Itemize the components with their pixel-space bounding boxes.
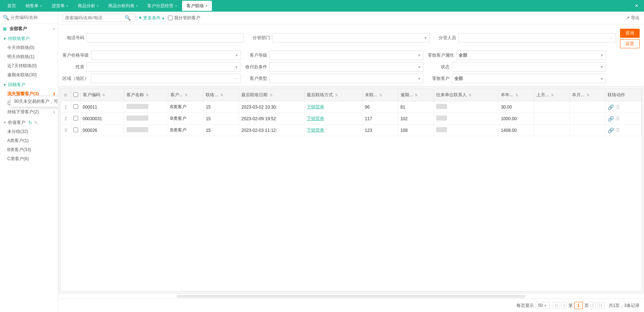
export-btn[interactable]: ↗ 导出 (626, 15, 640, 21)
col-contact[interactable]: 联络... ⇅ (204, 89, 239, 101)
row3-method-link[interactable]: 下销货单 (307, 127, 324, 133)
row2-method-link[interactable]: 下销货单 (307, 116, 324, 121)
nature-select[interactable]: ▼ (86, 62, 241, 72)
row3-code[interactable]: 000026 (80, 125, 124, 136)
col-last-method[interactable]: 最后联络方式 ⇅ (305, 89, 362, 101)
value-refresh-icon[interactable]: ↻ (28, 120, 32, 125)
row1-checkbox[interactable] (73, 104, 78, 109)
retail-attr-select[interactable]: 全部 ▼ (456, 50, 606, 60)
sidebar-group-pending[interactable]: ▼ 待联络客户 (0, 34, 58, 43)
manager-label: 分管人员 (434, 35, 456, 41)
collapse-sidebar-icon[interactable]: « (53, 27, 55, 31)
row2-code[interactable]: 00030031 (80, 113, 124, 125)
sidebar-search-input[interactable] (11, 15, 58, 20)
price-tier-select[interactable]: ▼ (91, 50, 241, 60)
nav-tab-customer-tier[interactable]: 客户分层经营 × (143, 1, 181, 11)
sidebar-item-c-class[interactable]: C类客户(6) (0, 154, 58, 163)
nav-tab-customer-contact[interactable]: 客户联络 × (182, 1, 212, 11)
ctype-select[interactable]: ▼ (269, 74, 424, 83)
col-last-month[interactable]: 上月... ⇅ (534, 89, 570, 101)
search-submit-icon[interactable]: 🔍 (125, 15, 131, 21)
col-this-year-label: 本年... (501, 92, 513, 97)
next-page-btn[interactable]: ⟩ (590, 302, 596, 309)
col-code[interactable]: 客户编码 ⇅ (80, 89, 124, 101)
first-page-btn[interactable]: ⟨⟨ (553, 302, 560, 309)
page-size-selector[interactable]: 50 ▼ (535, 302, 550, 309)
prev-page-btn[interactable]: ⟨ (562, 302, 567, 309)
sidebar-item-today[interactable]: 今天待联络(0) (0, 43, 58, 52)
row2-more-icon[interactable]: ⠿ (616, 116, 620, 122)
sidebar-item-declining[interactable]: 持续下滑客户(2) ℹ (0, 108, 58, 117)
value-edit-icon[interactable]: ✎ (34, 120, 38, 125)
phone-input[interactable] (86, 33, 244, 42)
select-all-checkbox[interactable] (73, 92, 78, 97)
region-select[interactable]: ··· (91, 74, 241, 83)
col-not-contact-sort-icon: ⇅ (379, 93, 382, 97)
row3-link-icon[interactable]: 🔗 (608, 127, 614, 133)
sidebar-item-ungroup[interactable]: 未分组(32) (0, 127, 58, 136)
row1-method-link[interactable]: 下销货单 (307, 104, 324, 109)
sidebar-item-a-class[interactable]: A类客户(1) (0, 136, 58, 145)
close-purchase-icon[interactable]: × (66, 4, 68, 8)
sidebar-group-value[interactable]: ▼ 价值客户 ↻ ✎ (0, 118, 58, 127)
close-all-icon[interactable]: × (632, 3, 641, 9)
col-name[interactable]: 客户名称 ⇅ (124, 89, 168, 101)
nav-tab-home[interactable]: 首页 (3, 1, 20, 11)
horizontal-scrollbar[interactable] (58, 293, 644, 299)
retail-select[interactable]: 全部 ▼ (452, 74, 606, 83)
row3-more-icon[interactable]: ⠿ (616, 127, 620, 133)
row1-more-icon[interactable]: ⠿ (616, 104, 620, 110)
manager-select[interactable]: ··· (458, 33, 616, 42)
close-analysis-list-icon[interactable]: × (136, 4, 138, 8)
close-analysis-icon[interactable]: × (97, 4, 99, 8)
retail-attr-value: 全部 (459, 52, 467, 58)
col-this-month-sort-icon: ⇅ (587, 93, 589, 97)
settings-button[interactable]: 设置 (620, 39, 640, 48)
sidebar-item-7days[interactable]: 近7天待联络(0) (0, 61, 58, 70)
sidebar-item-b-class[interactable]: B类客户(33) (0, 145, 58, 154)
payment-select[interactable]: ▼ (269, 62, 424, 72)
close-customer-tier-icon[interactable]: × (175, 4, 177, 8)
row3-checkbox[interactable] (73, 127, 78, 132)
sidebar-item-overdue[interactable]: 逾期未联络(30) (0, 70, 58, 80)
row1-code[interactable]: 000011 (80, 101, 124, 113)
query-button[interactable]: 查询 (620, 29, 640, 38)
row1-last-method[interactable]: 下销货单 (305, 101, 362, 113)
col-this-month[interactable]: 本月... ⇅ (570, 89, 605, 101)
status-select[interactable]: ▼ (452, 62, 606, 72)
close-sales-icon[interactable]: × (40, 4, 42, 8)
row1-link-icon[interactable]: 🔗 (608, 104, 614, 110)
col-overdue[interactable]: 逾期... ⇅ (398, 89, 434, 101)
row3-last-date: 2023-02-03 11:12: (239, 125, 305, 136)
row2-last-method[interactable]: 下销货单 (305, 113, 362, 125)
col-this-year[interactable]: 本年... ⇅ (499, 89, 534, 101)
nav-tab-analysis[interactable]: 商品分析 × (73, 1, 103, 11)
nav-tab-sales[interactable]: 销售单 × (21, 1, 47, 11)
col-not-contact[interactable]: 未联... ⇅ (362, 89, 398, 101)
col-settings[interactable]: ⚙ (61, 89, 71, 101)
col-last-date[interactable]: 最后联络日期 ⇅ (239, 89, 305, 101)
retail-chevron-icon: ▼ (600, 77, 604, 81)
sidebar-item-tomorrow[interactable]: 明天待联络(1) (0, 52, 58, 61)
close-customer-contact-icon[interactable]: × (205, 4, 208, 8)
nav-tab-purchase[interactable]: 进货单 × (47, 1, 73, 11)
nav-analysis-list-label: 商品分析列表 (108, 3, 134, 9)
nav-tab-analysis-list[interactable]: 商品分析列表 × (104, 1, 142, 11)
row2-checkbox[interactable] (73, 116, 78, 121)
sidebar-all-customers[interactable]: ⊞ 全部客户 « (0, 24, 58, 34)
col-contact-person[interactable]: 往来单位联系人 ⇅ (434, 89, 499, 101)
scroll-track[interactable] (177, 295, 526, 298)
last-page-btn[interactable]: ⟩⟩ (597, 302, 604, 309)
region-dots-icon[interactable]: ··· (235, 76, 238, 81)
manager-dots-icon[interactable]: ··· (609, 35, 613, 40)
customer-tier-select[interactable]: ▼ (269, 50, 424, 60)
dept-select[interactable]: ▼ (272, 33, 430, 42)
col-type[interactable]: 客户... ⇅ (168, 89, 204, 101)
row2-link-icon[interactable]: 🔗 (608, 116, 614, 122)
sidebar-group-review[interactable]: ▼ 回顾客户 (0, 80, 58, 89)
export-label: 导出 (631, 15, 640, 21)
my-customers-checkbox[interactable] (168, 16, 173, 20)
row3-last-method[interactable]: 下销货单 (305, 125, 362, 136)
search-input[interactable] (65, 15, 123, 20)
more-conditions-btn[interactable]: ▼ 更多条件 ▲ (138, 15, 165, 21)
